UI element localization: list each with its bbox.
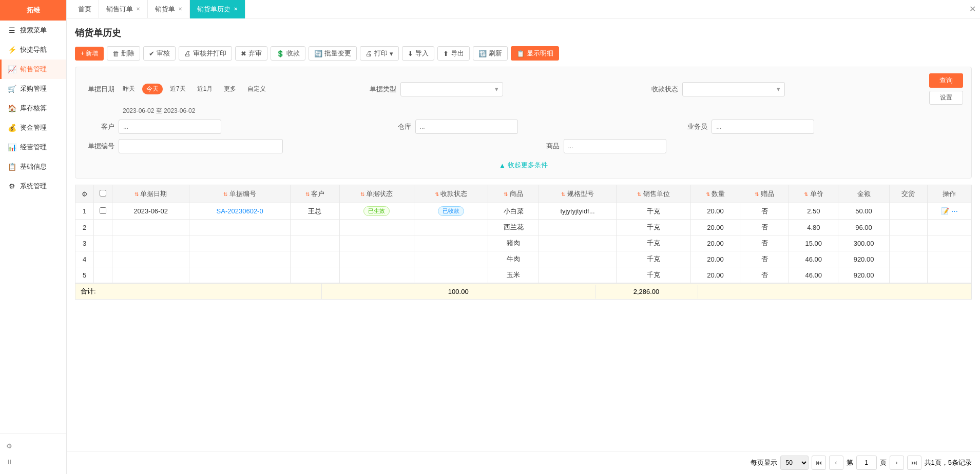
col-payment-status[interactable]: ⇅ 收款状态 xyxy=(414,185,488,203)
row-checkbox[interactable] xyxy=(94,251,112,267)
refresh-button[interactable]: 🔃 刷新 xyxy=(473,46,508,61)
tab-sales-goods-close[interactable]: ✕ xyxy=(178,6,182,12)
col-spec[interactable]: ⇅ 规格型号 xyxy=(539,185,617,203)
col-qty[interactable]: ⇅ 数量 xyxy=(691,185,740,203)
tab-sales-history-close[interactable]: ✕ xyxy=(234,6,238,12)
collapse-button[interactable]: ▲ 收起更多条件 xyxy=(84,159,963,172)
date-tag-today[interactable]: 今天 xyxy=(142,84,163,94)
row-action[interactable] xyxy=(927,267,971,283)
data-table-wrapper: ⚙ ⇅ 单据日期 ⇅ 单据编号 xyxy=(75,185,972,283)
tab-sales-order-close[interactable]: ✕ xyxy=(136,6,140,12)
row-action[interactable]: 📝 ⋯ xyxy=(927,203,971,220)
sidebar-item-label: 系统管理 xyxy=(20,182,47,191)
filter-settings-button[interactable]: 设置 xyxy=(929,91,963,105)
tab-sales-goods[interactable]: 销货单 ✕ xyxy=(148,0,190,18)
abandon-button[interactable]: ✖ 弃审 xyxy=(235,46,267,61)
total-qty: 100.00 xyxy=(322,285,595,299)
row-action[interactable] xyxy=(927,235,971,251)
col-number[interactable]: ⇅ 单据编号 xyxy=(189,185,291,203)
select-all-checkbox[interactable] xyxy=(100,190,106,196)
sidebar-item-purchase-mgmt[interactable]: 🛒 采购管理 xyxy=(0,79,66,98)
tab-bar-close-btn[interactable]: ✕ xyxy=(969,4,976,14)
row-qty: 20.00 xyxy=(691,235,740,251)
row-payment-status xyxy=(414,267,488,283)
sidebar-pause-btn[interactable]: ⏸ xyxy=(0,454,66,470)
sort-icon: ⇅ xyxy=(706,191,710,197)
col-gift[interactable]: ⇅ 赠品 xyxy=(740,185,789,203)
col-date[interactable]: ⇅ 单据日期 xyxy=(112,185,189,203)
review-button[interactable]: ✔ 审核 xyxy=(143,46,176,61)
col-gear[interactable]: ⚙ xyxy=(75,185,94,203)
row-checkbox[interactable] xyxy=(94,235,112,251)
col-price[interactable]: ⇅ 单价 xyxy=(789,185,838,203)
sidebar-item-system[interactable]: ⚙ 系统管理 xyxy=(0,176,66,196)
row-checkbox[interactable] xyxy=(94,267,112,283)
row-checkbox[interactable] xyxy=(94,203,112,220)
prev-page-btn[interactable]: ‹ xyxy=(829,456,843,470)
new-button[interactable]: + 新增 xyxy=(75,47,104,61)
last-page-btn[interactable]: ⏭ xyxy=(907,456,921,470)
export-button[interactable]: ⬆ 导出 xyxy=(437,46,470,61)
collect-button[interactable]: 💲 收款 xyxy=(271,46,305,61)
date-tag-7days[interactable]: 近7天 xyxy=(166,84,190,94)
tab-home[interactable]: 首页 xyxy=(71,0,99,18)
sidebar-item-sales-mgmt[interactable]: 📈 销售管理 xyxy=(0,60,66,79)
salesperson-input[interactable] xyxy=(712,120,814,134)
col-goods[interactable]: ⇅ 商品 xyxy=(488,185,539,203)
review-print-button[interactable]: 🖨 审核并打印 xyxy=(179,46,232,61)
date-tag-1month[interactable]: 近1月 xyxy=(193,84,217,94)
goods-input[interactable] xyxy=(564,139,666,153)
sidebar-item-finance[interactable]: 💰 资金管理 xyxy=(0,118,66,137)
import-button[interactable]: ⬇ 导入 xyxy=(402,46,434,61)
doc-number-link[interactable]: SA-20230602-0 xyxy=(217,207,263,215)
delete-button[interactable]: 🗑 删除 xyxy=(107,46,140,61)
first-page-btn[interactable]: ⏮ xyxy=(812,456,826,470)
doc-number-input[interactable] xyxy=(119,139,283,153)
row-spec: tyjytyjtyidf... xyxy=(539,203,617,220)
payment-status-select[interactable]: ▾ xyxy=(682,82,785,96)
query-button[interactable]: 查询 xyxy=(929,73,963,88)
row-customer: 王总 xyxy=(291,203,340,220)
sort-icon: ⇅ xyxy=(755,191,759,197)
col-doc-status[interactable]: ⇅ 单据状态 xyxy=(339,185,414,203)
date-tag-custom[interactable]: 自定义 xyxy=(243,84,270,94)
sidebar-item-inventory[interactable]: 🏠 库存核算 xyxy=(0,98,66,118)
col-customer[interactable]: ⇅ 客户 xyxy=(291,185,340,203)
doc-type-label: 单据类型 xyxy=(366,85,396,94)
table-row: 4 牛肉 千克 20.00 否 46.00 920.00 xyxy=(75,251,972,267)
col-unit[interactable]: ⇅ 销售单位 xyxy=(617,185,691,203)
col-checkbox[interactable] xyxy=(94,185,112,203)
customer-input[interactable] xyxy=(119,120,221,134)
row-checkbox[interactable] xyxy=(94,220,112,235)
date-filter-group: 单据日期 昨天 今天 近7天 近1月 更多 自定义 xyxy=(84,84,355,94)
per-page-select[interactable]: 50 100 200 xyxy=(780,456,809,470)
warehouse-input[interactable] xyxy=(415,120,518,134)
sidebar-item-basic-info[interactable]: 📋 基础信息 xyxy=(0,157,66,176)
sidebar-item-quick-nav[interactable]: ⚡ 快捷导航 xyxy=(0,40,66,60)
date-tag-yesterday[interactable]: 昨天 xyxy=(119,84,139,94)
next-page-btn[interactable]: › xyxy=(890,456,904,470)
date-tag-more[interactable]: 更多 xyxy=(220,84,240,94)
row-gift: 否 xyxy=(740,267,789,283)
sidebar-item-operations[interactable]: 📊 经营管理 xyxy=(0,137,66,157)
batch-change-icon: 🔄 xyxy=(314,50,322,57)
row-num: 5 xyxy=(75,267,94,283)
batch-change-button[interactable]: 🔄 批量变更 xyxy=(309,46,357,61)
tab-sales-order[interactable]: 销售订单 ✕ xyxy=(99,0,148,18)
sidebar-settings-btn[interactable]: ⚙ xyxy=(0,438,66,454)
col-amount[interactable]: 金额 xyxy=(838,185,890,203)
doc-type-select[interactable]: ▾ xyxy=(400,82,503,96)
print-button[interactable]: 🖨 打印 ▾ xyxy=(360,46,399,61)
row-action[interactable] xyxy=(927,251,971,267)
system-icon: ⚙ xyxy=(8,182,16,190)
page-number-input[interactable] xyxy=(856,456,877,470)
row-num: 4 xyxy=(75,251,94,267)
tab-sales-history[interactable]: 销货单历史 ✕ xyxy=(190,0,245,18)
col-trade: 交货 xyxy=(889,185,927,203)
row-action[interactable] xyxy=(927,220,971,235)
sidebar-item-search-menu[interactable]: ☰ 搜索菜单 xyxy=(0,21,66,40)
tab-sales-order-label: 销售订单 xyxy=(106,5,133,14)
show-detail-button[interactable]: 📋 显示明细 xyxy=(511,46,559,61)
row-number xyxy=(189,267,291,283)
row-doc-status: 已生效 xyxy=(339,203,414,220)
